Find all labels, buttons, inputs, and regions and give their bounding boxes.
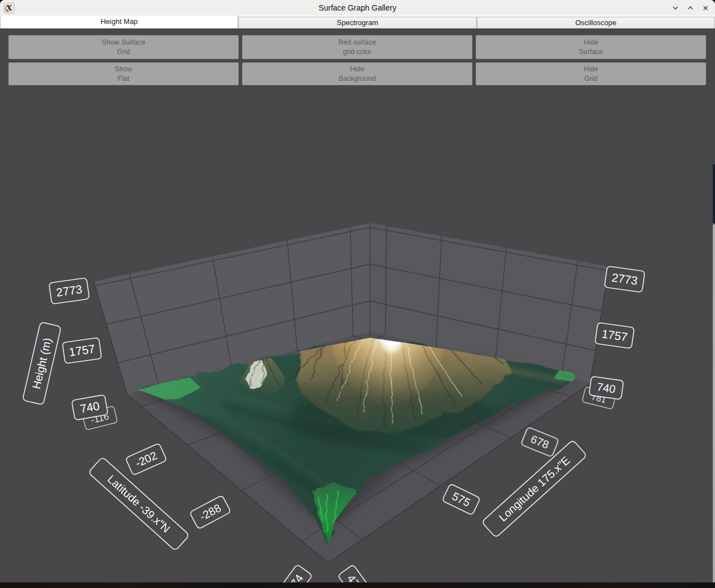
chevron-up-icon[interactable] (687, 4, 694, 12)
height-tick-right-740: 740 (589, 376, 624, 400)
desktop-strip (0, 582, 715, 588)
tab-bar: Height Map Spectrogram Oscilloscope (0, 16, 715, 28)
svg-text:740: 740 (596, 381, 616, 395)
window-title: Surface Graph Gallery (0, 0, 715, 16)
background-window-sliver (713, 164, 715, 582)
hide-grid-button[interactable]: Hide Grid (476, 62, 706, 85)
titlebar[interactable]: X Surface Graph Gallery (0, 0, 715, 16)
hide-surface-button[interactable]: Hide Surface (476, 35, 706, 59)
height-map-page: Show Surface Grid Red surface grid color… (0, 28, 715, 582)
tab-height-map[interactable]: Height Map (0, 16, 238, 28)
show-flat-button[interactable]: Show Flat (8, 62, 239, 85)
height-tick-left-1757: 1757 (62, 338, 102, 364)
app-window: X Surface Graph Gallery Height Map Spect… (0, 0, 715, 588)
height-tick-right-1757: 1757 (595, 323, 635, 349)
tab-spectrogram[interactable]: Spectrogram (238, 17, 476, 28)
tab-oscilloscope[interactable]: Oscilloscope (477, 17, 715, 28)
red-surface-grid-color-button[interactable]: Red surface grid color (242, 35, 472, 59)
chevron-down-icon[interactable] (671, 4, 679, 12)
surface-plot-3d[interactable]: -116 781 2773 1757 740 (0, 92, 715, 582)
close-icon[interactable] (702, 4, 709, 12)
hide-background-button[interactable]: Hide Background (242, 62, 472, 85)
show-surface-grid-button[interactable]: Show Surface Grid (8, 35, 239, 59)
